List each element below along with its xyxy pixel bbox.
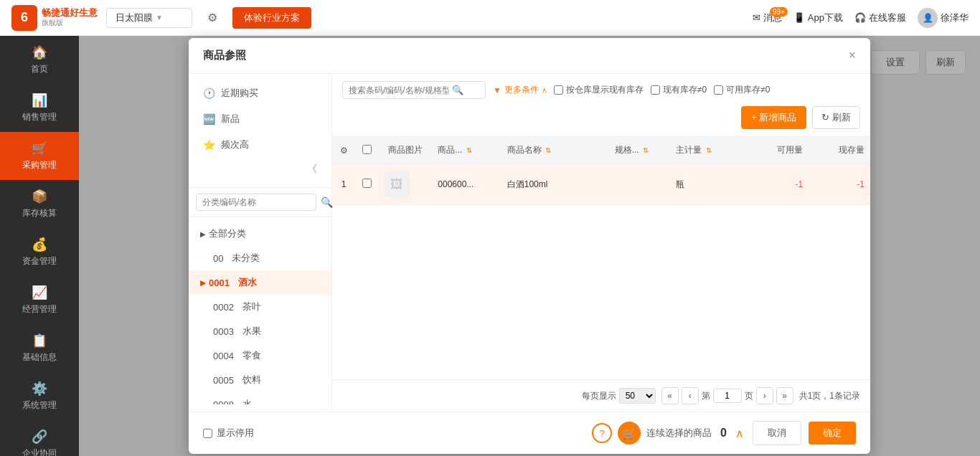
sidebar-item-system[interactable]: ⚙️ 系统管理 xyxy=(0,372,79,420)
sidebar-item-label: 经营管理 xyxy=(22,303,57,315)
settings-icon[interactable]: ⚙ xyxy=(201,6,224,29)
next-page-button[interactable]: › xyxy=(756,387,773,404)
collab-icon: 🔗 xyxy=(32,429,47,445)
confirm-button[interactable]: 确定 xyxy=(809,422,856,445)
col-code-header[interactable]: 商品... ⇅ xyxy=(432,137,501,164)
cat-item-snacks[interactable]: 0004 零食 xyxy=(189,343,331,368)
tab-new-products[interactable]: 🆕 新品 xyxy=(196,107,324,131)
add-product-button[interactable]: + 新增商品 xyxy=(741,106,806,129)
cat-item-beverages[interactable]: 0005 饮料 xyxy=(189,368,331,392)
product-search-icon[interactable]: 🔍 xyxy=(452,85,463,95)
sidebar-item-collab[interactable]: 🔗 企业协同 xyxy=(0,420,79,456)
col-settings-header[interactable]: ⚙ xyxy=(332,137,355,164)
filter-arrow-icon: ∧ xyxy=(542,86,547,94)
tab-frequent[interactable]: ⭐ 频次高 xyxy=(196,133,324,157)
cat-search: 🔍 xyxy=(189,188,331,217)
checkbox-available-stock[interactable]: 可用库存≠0 xyxy=(714,84,770,96)
last-page-button[interactable]: » xyxy=(776,387,793,404)
sidebar-item-home[interactable]: 🏠 首页 xyxy=(0,36,79,84)
trial-button[interactable]: 体验行业方案 xyxy=(232,7,311,29)
cat-arrow-all: ▶ xyxy=(200,230,206,238)
message-icon: ✉ xyxy=(753,12,760,23)
sidebar-item-inventory[interactable]: 📦 库存核算 xyxy=(0,180,79,228)
product-code-cell: 000600... xyxy=(432,164,501,205)
page-size-dropdown[interactable]: 50 10 20 100 xyxy=(619,388,656,404)
row-index: 1 xyxy=(332,164,355,205)
available-stock-checkbox[interactable] xyxy=(714,85,723,95)
current-stock-checkbox[interactable] xyxy=(651,85,660,95)
operations-icon: 📈 xyxy=(32,285,47,300)
tab-recent-purchase[interactable]: 🕐 近期购买 xyxy=(196,81,324,105)
page-size-select: 每页显示 50 10 20 100 xyxy=(582,388,656,404)
inventory-icon: 📦 xyxy=(32,189,47,204)
sidebar-item-operations[interactable]: 📈 经营管理 xyxy=(0,276,79,324)
logo-sub: 旗舰版 xyxy=(42,18,98,28)
finance-icon: 💰 xyxy=(32,237,47,252)
col-unit-header[interactable]: 主计量 ⇅ xyxy=(670,137,732,164)
user-item[interactable]: 👤 徐泽华 xyxy=(918,8,969,28)
col-checkbox-header xyxy=(355,137,378,164)
cat-search-input[interactable] xyxy=(196,194,316,211)
disabled-checkbox[interactable] xyxy=(203,429,212,438)
left-panel-tabs: 🕐 近期购买 🆕 新品 ⭐ 频次高 xyxy=(189,81,331,188)
checkbox-warehouse-stock[interactable]: 按仓库显示现有库存 xyxy=(554,84,644,96)
message-badge: 99+ xyxy=(770,7,788,16)
footer-center: ? 🛒 连续选择的商品 0 ∧ xyxy=(592,422,744,445)
col-spec-header[interactable]: 规格... ⇅ xyxy=(609,137,671,164)
sidebar-item-sales[interactable]: 📊 销售管理 xyxy=(0,84,79,132)
sidebar-item-label: 系统管理 xyxy=(22,399,57,412)
logo-area: 6 畅捷通好生意 旗舰版 xyxy=(11,5,98,31)
code-sort-icon: ⇅ xyxy=(466,146,472,154)
cat-item-fruit[interactable]: 0003 水果 xyxy=(189,319,331,343)
prev-page-button[interactable]: ‹ xyxy=(682,387,699,404)
modal-footer: 显示停用 ? 🛒 连续选择的商品 0 ∧ 取消 确定 xyxy=(189,412,870,454)
sidebar-item-label: 销售管理 xyxy=(22,111,57,123)
table-row[interactable]: 1 🖼 000600... 白酒100ml xyxy=(332,164,870,205)
modal-header: 商品参照 × xyxy=(189,38,870,74)
store-selector[interactable]: 日太阳膜 ▼ xyxy=(106,8,192,28)
cart-button[interactable]: 🛒 xyxy=(618,422,641,445)
cat-item-all[interactable]: ▶ 全部分类 xyxy=(189,222,331,246)
cat-item-uncategorized[interactable]: 00 未分类 xyxy=(189,246,331,270)
product-search-box: 🔍 xyxy=(342,81,486,99)
content-area: 查询 设置 刷新 商品参照 × xyxy=(79,36,980,456)
spec-sort-icon: ⇅ xyxy=(643,146,649,154)
cat-item-water[interactable]: 0008 水 xyxy=(189,392,331,404)
messages-item[interactable]: ✉ 消息 99+ xyxy=(753,11,782,24)
sidebar-item-finance[interactable]: 💰 资金管理 xyxy=(0,228,79,276)
new-icon: 🆕 xyxy=(203,113,215,125)
app-download-item[interactable]: 📱 App下载 xyxy=(793,11,843,24)
sidebar-item-purchase[interactable]: 🛒 采购管理 xyxy=(0,132,79,180)
filter-icon: ▼ xyxy=(493,85,501,95)
footer-collapse-arrow[interactable]: ∧ xyxy=(735,427,744,440)
warehouse-stock-checkbox[interactable] xyxy=(554,85,563,95)
product-table: ⚙ 商品图片 商品... xyxy=(332,137,870,205)
col-stock-header: 现存量 xyxy=(809,137,870,164)
cancel-button[interactable]: 取消 xyxy=(753,421,801,445)
sidebar-item-label: 资金管理 xyxy=(22,255,57,267)
sidebar-item-basic-info[interactable]: 📋 基础信息 xyxy=(0,324,79,372)
product-unit-cell: 瓶 xyxy=(670,164,732,205)
cat-search-icon[interactable]: 🔍 xyxy=(321,196,333,208)
cat-item-alcohol[interactable]: ▶ 0001 酒水 xyxy=(189,270,331,295)
cat-item-tea[interactable]: 0002 茶叶 xyxy=(189,295,331,319)
topbar: 6 畅捷通好生意 旗舰版 日太阳膜 ▼ ⚙ 体验行业方案 ✉ 消息 99+ 📱 … xyxy=(0,0,980,36)
unit-sort-icon: ⇅ xyxy=(706,146,712,154)
first-page-button[interactable]: « xyxy=(661,387,679,404)
pagination: 每页显示 50 10 20 100 « ‹ xyxy=(332,379,870,412)
product-spec-cell xyxy=(609,164,671,205)
show-disabled-checkbox[interactable]: 显示停用 xyxy=(203,427,254,440)
table-refresh-button[interactable]: ↻ 刷新 xyxy=(812,106,860,129)
select-all-checkbox[interactable] xyxy=(362,145,372,154)
page-number-input[interactable] xyxy=(713,389,742,403)
col-name-header[interactable]: 商品名称 ⇅ xyxy=(501,137,609,164)
row-checkbox[interactable] xyxy=(362,179,372,188)
checkbox-current-stock[interactable]: 现有库存≠0 xyxy=(651,84,707,96)
collapse-left-button[interactable]: 《 xyxy=(300,158,324,180)
product-search-input[interactable] xyxy=(349,85,449,95)
more-filter-button[interactable]: ▼ 更多条件 ∧ xyxy=(493,84,547,96)
purchase-icon: 🛒 xyxy=(32,141,47,156)
help-button[interactable]: ? xyxy=(592,423,612,443)
modal-close-button[interactable]: × xyxy=(848,48,856,63)
online-service-item[interactable]: 🎧 在线客服 xyxy=(854,11,906,24)
